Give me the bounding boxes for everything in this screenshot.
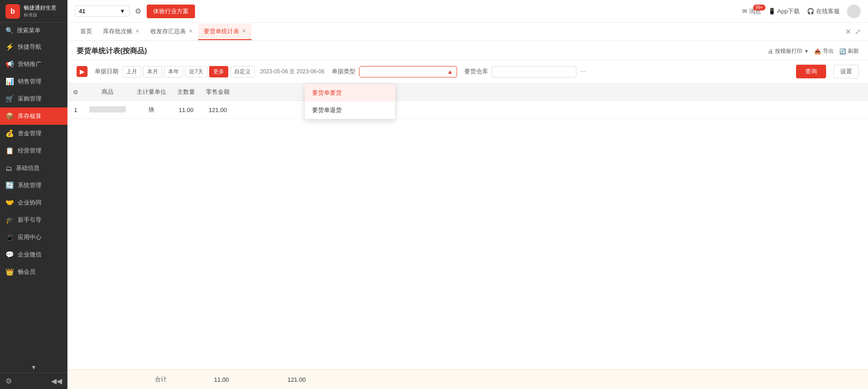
- company-selector-value: 41: [79, 8, 85, 15]
- filter-query-btn[interactable]: 查询: [796, 65, 826, 78]
- sales-icon: 📊: [5, 77, 14, 86]
- cell-product: [84, 101, 131, 119]
- filter-warehouse-input[interactable]: [492, 66, 576, 77]
- tab-home[interactable]: 首页: [75, 24, 98, 40]
- dropdown-item-order-goods[interactable]: 要货单要货: [305, 84, 395, 102]
- export-btn[interactable]: 📤 导出: [814, 47, 834, 55]
- tab-order-summary[interactable]: 要货单统计表 ✕: [198, 24, 252, 40]
- messages-badge: 99+: [753, 5, 765, 10]
- filter-more[interactable]: 更多: [209, 66, 228, 77]
- filter-settings-btn[interactable]: 设置: [833, 65, 859, 78]
- sidebar-item-wechat[interactable]: 💬企业微信: [0, 246, 67, 263]
- filter-last-month[interactable]: 上月: [122, 66, 141, 77]
- type-dropdown-menu: 要货单要货 要货单退货: [304, 84, 395, 119]
- sidebar-item-quick-nav[interactable]: ⚡快捷导航: [0, 38, 67, 56]
- sidebar-item-purchase[interactable]: 🛒采购管理: [0, 90, 67, 107]
- sidebar-item-app-center[interactable]: 📱应用中心: [0, 229, 67, 246]
- sidebar-logo: b 畅捷通好生意 标准版: [0, 0, 67, 23]
- sidebar-item-label: 营销推广: [18, 60, 41, 68]
- th-unit: 主计量单位: [131, 83, 172, 101]
- member-icon: 👑: [5, 268, 14, 276]
- logo-text: 畅捷通好生意 标准版: [24, 5, 56, 18]
- sidebar-item-finance[interactable]: 💰资金管理: [0, 125, 67, 142]
- sidebar-item-label: 新手引导: [18, 216, 41, 224]
- filter-this-month[interactable]: 本月: [143, 66, 162, 77]
- summary-row: 合计 11.00 121.00: [67, 369, 868, 389]
- filter-custom[interactable]: 自定义: [230, 66, 255, 77]
- sidebar-nav: ⚡快捷导航📢营销推广📊销售管理🛒采购管理📦库存核算💰资金管理📋经营管理🗂基础信息…: [0, 38, 67, 362]
- marketing-icon: 📢: [5, 60, 14, 68]
- th-quantity: 主数量: [172, 83, 200, 101]
- th-settings[interactable]: ⚙: [67, 83, 84, 101]
- sidebar-scroll-down[interactable]: ▼: [0, 362, 67, 373]
- sidebar-item-member[interactable]: 👑畅会员: [0, 263, 67, 281]
- filter-type-select[interactable]: ▲: [359, 66, 457, 77]
- sidebar-item-guide[interactable]: 🎓新手引导: [0, 211, 67, 229]
- th-settings-icon[interactable]: ⚙: [73, 89, 78, 96]
- tab-receive-summary[interactable]: 收发存汇总表 ✕: [145, 24, 198, 40]
- filter-date-range: 2023-05-06 至 2023-06-06: [260, 68, 324, 76]
- summary-quantity: 11.00: [176, 376, 267, 383]
- print-icon: 🖨: [768, 48, 773, 55]
- chevron-down-icon: ▼: [119, 8, 125, 15]
- filter-this-year[interactable]: 本年: [164, 66, 183, 77]
- sidebar-item-basic[interactable]: 🗂基础信息: [0, 159, 67, 177]
- system-icon: 🔄: [5, 181, 14, 189]
- filter-last-7-days[interactable]: 近7天: [185, 66, 207, 77]
- sidebar-item-label: 库存核算: [18, 112, 41, 120]
- guide-icon: 🎓: [5, 216, 14, 224]
- dropdown-item-order-return[interactable]: 要货单退货: [305, 102, 395, 119]
- headset-icon: 🎧: [807, 8, 814, 15]
- sidebar-item-sales[interactable]: 📊销售管理: [0, 73, 67, 90]
- filter-date-label: 单据日期: [95, 67, 118, 76]
- operation-icon: 📋: [5, 147, 14, 155]
- tab-order-summary-close[interactable]: ✕: [242, 28, 246, 34]
- tab-inventory-batch-close[interactable]: ✕: [135, 28, 139, 34]
- filter-more-dots[interactable]: ···: [580, 67, 586, 76]
- topbar-gear-icon[interactable]: ⚙: [135, 7, 141, 15]
- filter-date-group: 单据日期 上月 本月 本年 近7天 更多 自定义 2023-05-06 至 20…: [95, 66, 324, 77]
- sidebar-item-marketing[interactable]: 📢营销推广: [0, 56, 67, 73]
- tabs-bar: 首页 库存批次账 ✕ 收发存汇总表 ✕ 要货单统计表 ✕ ✕ ⤢: [67, 23, 868, 41]
- message-icon: ✉: [742, 8, 747, 15]
- app-center-icon: 📱: [5, 233, 14, 241]
- tab-inventory-batch[interactable]: 库存批次账 ✕: [98, 24, 145, 40]
- settings-icon[interactable]: ⚙: [5, 377, 12, 385]
- filter-warehouse-group: 要货仓库 ···: [464, 66, 586, 77]
- sidebar-search[interactable]: 🔍 搜索菜单: [0, 23, 67, 38]
- industry-btn[interactable]: 体验行业方案: [147, 5, 195, 18]
- messages-btn[interactable]: ✉ 消息 99+: [742, 7, 761, 15]
- tab-receive-summary-close[interactable]: ✕: [189, 28, 193, 34]
- app-download-btn[interactable]: 📱 App下载: [768, 7, 800, 15]
- print-btn-label: 按模板打印: [775, 47, 802, 55]
- filter-type-input[interactable]: [360, 67, 443, 77]
- sidebar-item-label: 畅会员: [18, 268, 36, 276]
- th-product: 商品: [84, 83, 131, 101]
- tab-expand-controls: ✕ ⤢: [845, 27, 861, 36]
- print-chevron-icon: ▼: [804, 49, 809, 54]
- online-service-btn[interactable]: 🎧 在线客服: [807, 7, 840, 15]
- summary-amount: 121.00: [267, 376, 326, 383]
- filter-expand-btn[interactable]: ▶: [77, 66, 87, 77]
- wechat-icon: 💬: [5, 251, 14, 259]
- collapse-icon[interactable]: ◀◀: [51, 377, 62, 385]
- user-avatar[interactable]: [847, 5, 861, 18]
- sidebar-item-operation[interactable]: 📋经营管理: [0, 142, 67, 159]
- print-btn[interactable]: 🖨 按模板打印 ▼: [768, 47, 809, 55]
- filter-date-buttons: 上月 本月 本年 近7天 更多 自定义: [122, 66, 255, 77]
- sidebar-item-label: 基础信息: [16, 164, 40, 172]
- tab-close-all-icon[interactable]: ✕: [845, 27, 851, 36]
- company-selector[interactable]: 41 ▼: [75, 5, 129, 17]
- sidebar-item-label: 应用中心: [18, 233, 41, 241]
- phone-icon: 📱: [768, 8, 776, 15]
- sidebar-item-system[interactable]: 🔄系统管理: [0, 177, 67, 194]
- tab-receive-summary-label: 收发存汇总表: [150, 27, 186, 36]
- refresh-btn[interactable]: 🔄 刷新: [839, 47, 859, 55]
- page-header: 要货单统计表(按商品) 🖨 按模板打印 ▼ 📤 导出 🔄 刷新: [67, 41, 868, 60]
- sidebar-item-enterprise[interactable]: 🤝企业协同: [0, 194, 67, 211]
- tab-expand-icon[interactable]: ⤢: [855, 27, 861, 36]
- filter-type-arrow[interactable]: ▲: [443, 68, 457, 75]
- sidebar-item-label: 系统管理: [18, 181, 41, 189]
- export-icon: 📤: [814, 48, 821, 55]
- sidebar-item-inventory[interactable]: 📦库存核算: [0, 107, 67, 125]
